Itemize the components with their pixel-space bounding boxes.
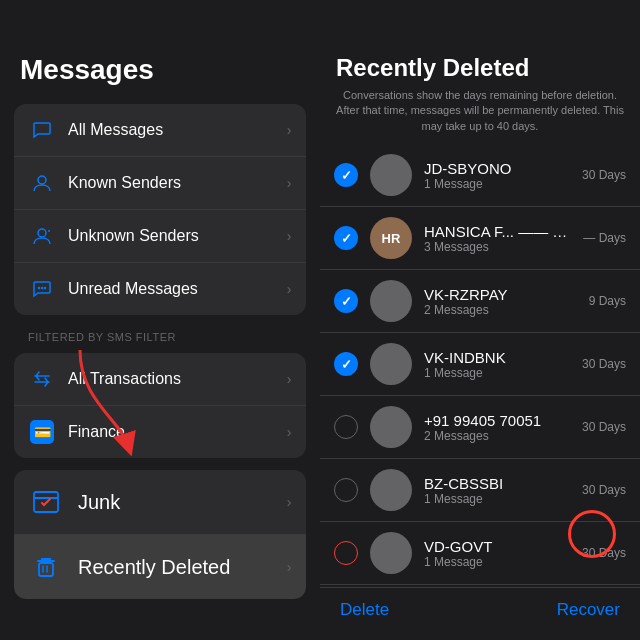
filter-menu-group: All Transactions › 💳 Finance › xyxy=(14,353,306,458)
checkbox-vk-rzrpay[interactable]: ✓ xyxy=(334,289,358,313)
chevron-right-icon: › xyxy=(287,228,292,244)
chevron-right-icon: › xyxy=(287,494,292,510)
sidebar-item-known-senders-label: Known Senders xyxy=(68,174,287,192)
checkmark-icon: ✓ xyxy=(341,294,352,309)
sidebar-item-junk[interactable]: Junk › xyxy=(14,470,306,535)
contact-name: BZ-CBSSBI xyxy=(424,475,576,492)
transactions-icon xyxy=(28,365,56,393)
avatar-jd-sbyono xyxy=(370,154,412,196)
contact-days: 30 Days xyxy=(582,357,626,371)
bottom-action-bar: Delete Recover xyxy=(320,587,640,640)
contact-name: JD-SBYONO xyxy=(424,160,576,177)
sidebar-item-known-senders[interactable]: Known Senders › xyxy=(14,157,306,210)
checkbox-jd-sbyono[interactable]: ✓ xyxy=(334,163,358,187)
svg-point-2 xyxy=(48,230,50,232)
right-panel-subtitle: Conversations show the days remaining be… xyxy=(320,88,640,144)
avatar-vk-indbnk xyxy=(370,343,412,385)
contact-name: +91 99405 70051 xyxy=(424,412,576,429)
contact-info-vk-indbnk: VK-INDBNK 1 Message xyxy=(424,349,576,380)
contact-name: HANSICA F... —— ——... xyxy=(424,223,577,240)
sidebar-item-unread-messages[interactable]: Unread Messages › xyxy=(14,263,306,315)
trash-icon xyxy=(28,549,64,585)
person-question-icon xyxy=(28,222,56,250)
sidebar-item-all-transactions[interactable]: All Transactions › xyxy=(14,353,306,406)
checkbox-hansica[interactable]: ✓ xyxy=(334,226,358,250)
list-item[interactable]: VD-GOVT 1 Message 30 Days xyxy=(320,522,640,585)
contact-days: 30 Days xyxy=(582,168,626,182)
contact-days: 30 Days xyxy=(582,420,626,434)
contact-days: 9 Days xyxy=(589,294,626,308)
avatar-vd-govt xyxy=(370,532,412,574)
sidebar-item-all-transactions-label: All Transactions xyxy=(68,370,287,388)
list-item[interactable]: ✓ VK-RZRPAY 2 Messages 9 Days xyxy=(320,270,640,333)
contact-name: VK-RZRPAY xyxy=(424,286,583,303)
sidebar-item-recently-deleted-label: Recently Deleted xyxy=(78,556,287,579)
recover-button[interactable]: Recover xyxy=(557,600,620,620)
contact-info-91-99405: +91 99405 70051 2 Messages xyxy=(424,412,576,443)
contact-messages: 1 Message xyxy=(424,555,576,569)
sidebar-item-recently-deleted[interactable]: Recently Deleted › xyxy=(14,535,306,599)
main-menu-group: All Messages › Known Senders › xyxy=(14,104,306,315)
contact-days: — Days xyxy=(583,231,626,245)
svg-rect-7 xyxy=(39,563,53,576)
contact-messages: 1 Message xyxy=(424,366,576,380)
contact-messages: 1 Message xyxy=(424,177,576,191)
list-item[interactable]: ✓ JD-SBYONO 1 Message 30 Days xyxy=(320,144,640,207)
chevron-right-icon: › xyxy=(287,175,292,191)
chat-unread-icon xyxy=(28,275,56,303)
svg-point-1 xyxy=(38,229,46,237)
svg-point-0 xyxy=(38,176,46,184)
list-item[interactable]: ✓ HR HANSICA F... —— ——... 3 Messages — … xyxy=(320,207,640,270)
chevron-right-icon: › xyxy=(287,281,292,297)
contact-info-jd-sbyono: JD-SBYONO 1 Message xyxy=(424,160,576,191)
right-panel-title: Recently Deleted xyxy=(320,0,640,88)
finance-icon: 💳 xyxy=(28,418,56,446)
checkbox-vk-indbnk[interactable]: ✓ xyxy=(334,352,358,376)
checkmark-icon: ✓ xyxy=(341,231,352,246)
list-item[interactable]: +91 99405 70051 2 Messages 30 Days xyxy=(320,396,640,459)
sidebar-item-unknown-senders[interactable]: Unknown Senders › xyxy=(14,210,306,263)
checkbox-vd-govt[interactable] xyxy=(334,541,358,565)
avatar-hansica: HR xyxy=(370,217,412,259)
junk-icon xyxy=(28,484,64,520)
sidebar-item-finance-label: Finance xyxy=(68,423,287,441)
sidebar-item-unread-messages-label: Unread Messages xyxy=(68,280,287,298)
svg-point-5 xyxy=(44,287,46,289)
contact-info-hansica: HANSICA F... —— ——... 3 Messages xyxy=(424,223,577,254)
contact-messages: 3 Messages xyxy=(424,240,577,254)
chevron-right-icon: › xyxy=(287,559,292,575)
right-panel: Recently Deleted Conversations show the … xyxy=(320,0,640,640)
avatar-vk-rzrpay xyxy=(370,280,412,322)
svg-point-4 xyxy=(41,287,43,289)
contact-messages: 2 Messages xyxy=(424,303,583,317)
avatar-91-99405 xyxy=(370,406,412,448)
checkmark-icon: ✓ xyxy=(341,357,352,372)
contact-days: 30 Days xyxy=(582,546,626,560)
sidebar-item-all-messages[interactable]: All Messages › xyxy=(14,104,306,157)
chevron-right-icon: › xyxy=(287,122,292,138)
chevron-right-icon: › xyxy=(287,424,292,440)
checkbox-bz-cbssbi[interactable] xyxy=(334,478,358,502)
sidebar-item-junk-label: Junk xyxy=(78,491,287,514)
sms-filter-section-label: FILTERED BY SMS FILTER xyxy=(0,321,320,347)
checkbox-91-99405[interactable] xyxy=(334,415,358,439)
person-check-icon xyxy=(28,169,56,197)
contact-info-bz-cbssbi: BZ-CBSSBI 1 Message xyxy=(424,475,576,506)
contact-info-vk-rzrpay: VK-RZRPAY 2 Messages xyxy=(424,286,583,317)
svg-point-3 xyxy=(38,287,40,289)
contact-name: VK-INDBNK xyxy=(424,349,576,366)
contact-messages: 1 Message xyxy=(424,492,576,506)
contact-name: VD-GOVT xyxy=(424,538,576,555)
left-panel-title: Messages xyxy=(0,0,320,98)
avatar-bz-cbssbi xyxy=(370,469,412,511)
contact-info-vd-govt: VD-GOVT 1 Message xyxy=(424,538,576,569)
sidebar-item-finance[interactable]: 💳 Finance › xyxy=(14,406,306,458)
delete-button[interactable]: Delete xyxy=(340,600,389,620)
chat-icon xyxy=(28,116,56,144)
list-item[interactable]: ✓ VK-INDBNK 1 Message 30 Days xyxy=(320,333,640,396)
sidebar-item-unknown-senders-label: Unknown Senders xyxy=(68,227,287,245)
sidebar-item-all-messages-label: All Messages xyxy=(68,121,287,139)
contact-list: ✓ JD-SBYONO 1 Message 30 Days ✓ HR HANSI… xyxy=(320,144,640,587)
list-item[interactable]: BZ-CBSSBI 1 Message 30 Days xyxy=(320,459,640,522)
chevron-right-icon: › xyxy=(287,371,292,387)
